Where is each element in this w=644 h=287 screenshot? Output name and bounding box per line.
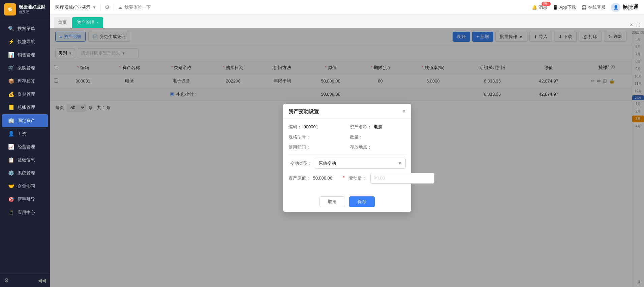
tab-home[interactable]: 首页: [54, 17, 71, 28]
sidebar-item-sales[interactable]: 📊 销售管理: [2, 49, 48, 61]
mobile-icon: 📱: [553, 5, 558, 10]
sidebar-item-label: 系统管理: [18, 170, 35, 176]
sidebar-item-label: 固定资产: [18, 118, 35, 124]
sidebar-item-label: 新手引导: [18, 196, 35, 202]
sidebar-item-capital[interactable]: 💰 资金管理: [2, 88, 48, 101]
notification-btn[interactable]: 🔔 消息 99+: [532, 4, 547, 10]
save-button[interactable]: 保存: [349, 196, 375, 207]
sidebar-item-purchase[interactable]: 🛒 采购管理: [2, 62, 48, 74]
sidebar-item-label: 经营管理: [18, 144, 35, 150]
dialog-field-spec: 规格型号：: [288, 134, 344, 140]
sidebar-item-label: 搜索菜单: [18, 26, 35, 32]
sidebar-header: 畅 畅捷通好业财 普及版: [0, 0, 50, 19]
sidebar-item-fixed-assets[interactable]: 🏢 固定资产: [2, 114, 48, 127]
dialog-title: 资产变动设置: [288, 108, 319, 115]
dialog-body: 编码： 000001 资产名称： 电脑 规格型号：: [283, 119, 411, 193]
tab-home-label: 首页: [58, 20, 67, 26]
person-icon: 👤: [8, 131, 14, 137]
after-change-label: 变动后：: [349, 175, 366, 181]
sidebar-item-ledger[interactable]: 📒 总账管理: [2, 101, 48, 114]
sidebar-item-search[interactable]: 🔍 搜索菜单: [2, 22, 48, 35]
topbar: 医疗器械行业演示 ▼ ⚙ ☁ 我要体验一下 🔔 消息 99+ 📱 App下载 🎧…: [50, 0, 644, 15]
sidebar-item-cooperation[interactable]: 🤝 企业协同: [2, 180, 48, 193]
dialog-divider: [288, 154, 406, 155]
quantity-label: 数量：: [350, 134, 363, 140]
tab-asset-management[interactable]: 资产管理 ×: [72, 17, 103, 28]
sidebar-nav: 🔍 搜索菜单 ⚡ 快捷导航 📊 销售管理 🛒 采购管理 📦 库存核算 💰 资金管…: [0, 19, 50, 274]
main-area: 医疗器械行业演示 ▼ ⚙ ☁ 我要体验一下 🔔 消息 99+ 📱 App下载 🎧…: [50, 0, 644, 287]
collapse-icon[interactable]: ◀◀: [38, 277, 46, 284]
cloud-icon: ☁: [118, 5, 122, 10]
handshake-icon: 🤝: [8, 183, 14, 189]
sidebar-item-quick-nav[interactable]: ⚡ 快捷导航: [2, 35, 48, 48]
app-download-label: App下载: [559, 4, 576, 10]
window-maximize-icon[interactable]: ⛶: [636, 23, 640, 28]
change-type-value: 原值变动: [318, 160, 336, 166]
customer-service-label: 在线客服: [588, 4, 606, 10]
cancel-button[interactable]: 取消: [319, 196, 345, 207]
code-label: 编码：: [288, 124, 302, 130]
sidebar-item-basic-info[interactable]: 📋 基础信息: [2, 154, 48, 166]
sidebar-item-label: 工资: [18, 131, 26, 137]
dialog-close-icon[interactable]: ×: [402, 108, 405, 115]
lightning-icon: ⚡: [8, 39, 14, 45]
company-name: 医疗器械行业演示: [55, 4, 90, 10]
divider: [114, 4, 114, 11]
bell-icon: 🔔: [532, 5, 537, 10]
target-icon: 🎯: [8, 196, 14, 202]
tab-close-icon[interactable]: ×: [96, 21, 98, 25]
location-label: 存放地点：: [350, 144, 372, 150]
clipboard-icon: 📋: [8, 157, 14, 163]
original-value-label: 资产原值：: [288, 175, 310, 181]
app-subtitle: 普及版: [19, 10, 45, 14]
change-type-select[interactable]: 原值变动 ▼: [315, 158, 406, 169]
tab-label: 资产管理: [77, 20, 94, 26]
sidebar-item-label: 库存核算: [18, 78, 35, 84]
settings-icon[interactable]: ⚙: [4, 277, 9, 284]
sidebar-item-label: 销售管理: [18, 52, 35, 58]
change-type-label: 变动类型：: [288, 160, 312, 166]
sidebar-item-system[interactable]: ⚙️ 系统管理: [2, 167, 48, 180]
department-label: 使用部门：: [288, 144, 310, 150]
experience-btn[interactable]: ☁ 我要体验一下: [118, 4, 151, 10]
settings-icon[interactable]: ⚙: [105, 4, 110, 10]
dialog-change-type-row: 变动类型： 原值变动 ▼: [288, 158, 406, 169]
app-logo: 畅: [4, 3, 16, 15]
modal-overlay: 资产变动设置 × 编码： 000001 资产名称： 电脑: [50, 28, 644, 287]
cart-icon: 🛒: [8, 65, 14, 71]
headset-icon: 🎧: [581, 5, 587, 10]
window-close-icon[interactable]: ×: [630, 22, 633, 28]
asset-name-value: 电脑: [374, 124, 382, 130]
sidebar-item-apps[interactable]: 📱 应用中心: [2, 206, 48, 219]
sidebar-item-label: 基础信息: [18, 157, 35, 163]
sidebar-item-inventory[interactable]: 📦 库存核算: [2, 75, 48, 88]
topbar-right: 🔔 消息 99+ 📱 App下载 🎧 在线客服 👤 畅捷通: [532, 3, 639, 12]
app-title: 畅捷通好业财: [19, 4, 45, 10]
dialog-footer: 取消 保存: [283, 193, 411, 212]
sidebar-item-guide[interactable]: 🎯 新手引导: [2, 193, 48, 206]
dialog-field-name: 资产名称： 电脑: [350, 124, 406, 130]
gear-icon: ⚙️: [8, 170, 14, 176]
building-icon: 🏢: [8, 118, 14, 124]
sidebar-item-label: 快捷导航: [18, 39, 35, 45]
experience-label: 我要体验一下: [124, 4, 151, 10]
chart-icon: 📊: [8, 52, 14, 58]
after-change-input[interactable]: [370, 173, 434, 184]
user-menu[interactable]: 👤 畅捷通: [611, 3, 639, 12]
required-star: *: [343, 175, 345, 181]
box-icon: 📦: [8, 78, 14, 84]
app-download-btn[interactable]: 📱 App下载: [553, 4, 576, 10]
company-selector[interactable]: 医疗器械行业演示 ▼: [55, 4, 96, 10]
username: 畅捷通: [622, 4, 639, 11]
money-icon: 💰: [8, 91, 14, 97]
sidebar-item-operations[interactable]: 📈 经营管理: [2, 140, 48, 153]
chevron-down-icon: ▼: [92, 5, 96, 10]
chevron-down-icon: ▼: [398, 161, 402, 166]
customer-service-btn[interactable]: 🎧 在线客服: [581, 4, 606, 10]
dialog-row-1: 编码： 000001 资产名称： 电脑: [288, 124, 406, 130]
phone-icon: 📱: [8, 210, 14, 216]
asset-change-dialog: 资产变动设置 × 编码： 000001 资产名称： 电脑: [283, 104, 411, 212]
sidebar-item-payroll[interactable]: 👤 工资: [2, 127, 48, 140]
tabbar: 首页 资产管理 × × ⛶: [50, 15, 644, 28]
sidebar-item-label: 企业协同: [18, 183, 35, 189]
